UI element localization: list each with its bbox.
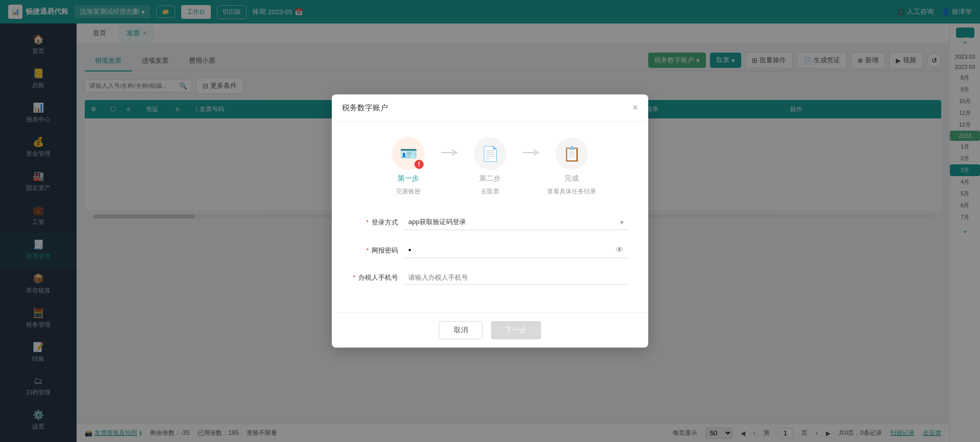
- password-input[interactable]: [404, 242, 611, 258]
- step3-icon: 📋: [555, 137, 588, 170]
- login-method-value: app获取验证码登录: [408, 217, 620, 227]
- next-btn[interactable]: 下一步: [491, 321, 541, 339]
- step1-desc: 完善账密: [396, 187, 421, 196]
- cancel-btn[interactable]: 取消: [439, 321, 483, 339]
- required-mark2: *: [366, 247, 369, 254]
- required-mark1: *: [366, 218, 369, 226]
- dialog-body: 🪪 ! 第一步 完善账密 📄: [332, 122, 648, 312]
- steps-container: 🪪 ! 第一步 完善账密 📄: [352, 137, 628, 196]
- step1-badge: !: [414, 160, 424, 169]
- step-arrow-1: [439, 137, 459, 158]
- step1-badge-text: !: [418, 161, 420, 168]
- required-mark3: *: [353, 274, 355, 281]
- password-label: * 网报密码: [352, 246, 398, 255]
- login-method-row: * 登录方式 app获取验证码登录 ▾: [352, 214, 628, 230]
- step-arrow-2: [521, 137, 541, 158]
- password-field: 👁: [404, 242, 628, 258]
- password-row: * 网报密码 👁: [352, 242, 628, 258]
- phone-row: * 办税人手机号: [352, 271, 628, 285]
- password-eye-icon[interactable]: 👁: [611, 245, 628, 255]
- phone-input[interactable]: [404, 271, 628, 284]
- step1-icon: 🪪 !: [392, 137, 425, 170]
- step3-label: 完成: [565, 174, 579, 183]
- dialog-title: 税务数字账户: [342, 103, 388, 113]
- step2-label: 第二步: [479, 174, 501, 183]
- login-method-arrow: ▾: [620, 218, 624, 226]
- tax-digital-dialog: 税务数字账户 × 🪪 ! 第一步 完善账密: [332, 94, 648, 348]
- login-method-label: * 登录方式: [352, 218, 398, 227]
- step3-desc: 查看具体任务结果: [547, 187, 596, 196]
- step2-desc: 去取票: [481, 187, 499, 196]
- phone-label: * 办税人手机号: [352, 273, 398, 282]
- phone-field: [404, 271, 628, 285]
- step-3: 📋 完成 查看具体任务结果: [541, 137, 602, 196]
- dialog-footer: 取消 下一步: [332, 312, 648, 348]
- login-method-select[interactable]: app获取验证码登录 ▾: [404, 214, 628, 230]
- step2-icon: 📄: [474, 137, 506, 170]
- dialog-header: 税务数字账户 ×: [332, 94, 648, 122]
- step-1: 🪪 ! 第一步 完善账密: [378, 137, 439, 196]
- step1-label: 第一步: [398, 174, 419, 183]
- modal-overlay: 税务数字账户 × 🪪 ! 第一步 完善账密: [0, 0, 980, 442]
- step-2: 📄 第二步 去取票: [459, 137, 521, 196]
- dialog-close-btn[interactable]: ×: [632, 103, 638, 113]
